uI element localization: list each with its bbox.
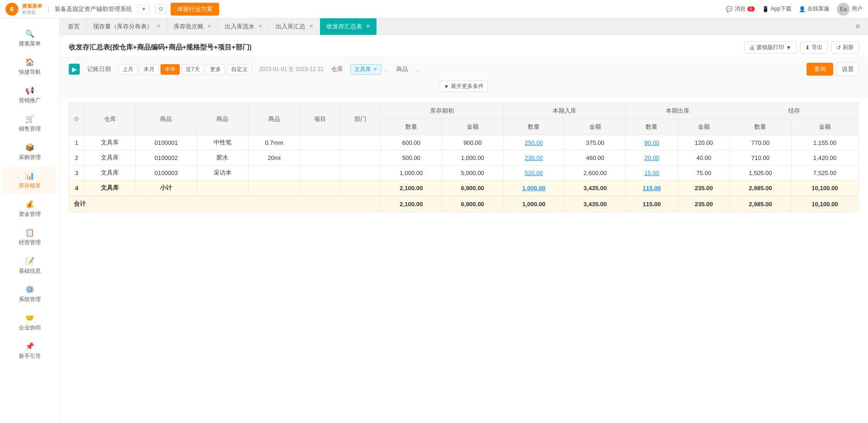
row3-in-qty[interactable]: 520.00 [503, 165, 564, 181]
tab-close-inout-summary[interactable]: ✕ [309, 23, 313, 29]
tab-close-recv-send[interactable]: ✕ [366, 23, 370, 29]
sidebar-item-quicknav[interactable]: 🏠 快捷导航 [3, 53, 56, 81]
top-bar-left: 6 搜索菜单 标准版 | 装备及固定资产辅助管理系统 ▼ ⚙ 体验行业方案 [6, 3, 720, 16]
col-out-amt-header: 金额 [678, 119, 730, 135]
sidebar-item-marketing[interactable]: 📢 营销推广 [3, 82, 56, 109]
message-btn[interactable]: 💬 消息 6 [726, 5, 755, 13]
row1-warehouse: 文具库 [84, 135, 136, 150]
filter-main-row: ▶ 记账日期 上月 本月 本年 近7天 更多 自定义 2023-01-01 至 … [69, 62, 859, 76]
sidebar-item-enterprise[interactable]: 🤝 企业协同 [3, 309, 56, 336]
refresh-button[interactable]: ↺ 刷新 [831, 41, 859, 54]
row1-bal-amt: 1,155.00 [791, 135, 858, 150]
col-productspec-header: 商品 [248, 103, 300, 135]
product-more-btn[interactable]: ... [415, 66, 420, 72]
tab-bar: 首页 现存量（库存分布表） ✕ 库存批次账 ✕ 出入库流水 ✕ 出入库汇总 ✕ … [60, 18, 868, 35]
service-btn[interactable]: 👤 在线客服 [799, 5, 829, 13]
tab-close-stock-dist[interactable]: ✕ [156, 23, 160, 29]
tab-stock-dist[interactable]: 现存量（库存分布表） ✕ [87, 18, 167, 35]
header-actions: 🖨 拨钱版打印 ▼ ⬇ 导出 ↺ 刷新 [744, 41, 859, 54]
page-title: 收发存汇总表(按仓库+商品编码+商品+规格型号+项目+部门) [69, 43, 252, 52]
warehouse-tag[interactable]: 文具库 ✕ [350, 64, 381, 75]
sidebar-item-inventory[interactable]: 📊 库存核算 [3, 167, 56, 194]
sidebar-item-system[interactable]: ⚙️ 系统管理 [3, 280, 56, 308]
data-table: ⚙ 仓库 商品 商品 商品 项目 部门 库存期初 本期入库 本期出库 结存 [69, 103, 859, 212]
row2-in-qty[interactable]: 230.00 [503, 150, 564, 165]
sidebar-item-label: 资金管理 [19, 210, 41, 218]
subtotal-out-qty[interactable]: 115.00 [626, 181, 678, 196]
home-icon: 🏠 [25, 58, 34, 66]
tab-inout-flow[interactable]: 出入库流水 ✕ [218, 18, 269, 35]
sidebar-item-finance[interactable]: 💰 资金管理 [3, 195, 56, 223]
tab-close-all-btn[interactable]: ✕ [849, 22, 866, 31]
date-btn-custom[interactable]: 自定义 [227, 64, 252, 75]
table-row: 1 文具库 0100001 中性笔 0.7mm 600.00 900.00 25… [69, 135, 859, 150]
sidebar-item-search[interactable]: 🔍 搜索菜单 [3, 25, 56, 52]
col-in-amt-header: 金额 [564, 119, 626, 135]
app-download-btn[interactable]: 📱 App下载 [762, 5, 791, 13]
row3-bal-qty: 1,505.00 [730, 165, 791, 181]
expand-conditions-btn[interactable]: ▼ 展开更多条件 [440, 81, 488, 92]
subtotal-no: 4 [69, 181, 84, 196]
tab-home[interactable]: 首页 [61, 18, 87, 35]
subtotal-open-qty: 2,100.00 [381, 181, 442, 196]
total-out-qty: 115.00 [626, 196, 678, 212]
tab-inout-summary[interactable]: 出入库汇总 ✕ [269, 18, 320, 35]
row1-out-qty[interactable]: 80.00 [626, 135, 678, 150]
export-button[interactable]: ⬇ 导出 [800, 41, 828, 54]
system-icon: ⚙️ [25, 285, 34, 294]
subtotal-bal-qty: 2,985.00 [730, 181, 791, 196]
warehouse-more-btn[interactable]: ... [384, 66, 389, 72]
sidebar-item-basic[interactable]: 📝 基础信息 [3, 252, 56, 280]
subtotal-in-qty[interactable]: 1,000.00 [503, 181, 564, 196]
refresh-icon: ↺ [836, 44, 841, 51]
date-btn-last-month[interactable]: 上月 [118, 64, 138, 75]
date-btn-this-month[interactable]: 本月 [139, 64, 159, 75]
set-button[interactable]: 设置 [837, 62, 859, 76]
main-layout: 🔍 搜索菜单 🏠 快捷导航 📢 营销推广 🛒 销售管理 📦 采购管理 📊 [0, 18, 868, 423]
operation-icon: 📋 [25, 228, 34, 237]
sidebar-item-label: 采购管理 [19, 154, 41, 161]
warehouse-filter-label: 仓库 [331, 65, 343, 73]
row2-spec: 20ml [248, 150, 300, 165]
sidebar-item-purchase[interactable]: 📦 采购管理 [3, 138, 56, 166]
system-select-dropdown[interactable]: ▼ [138, 5, 149, 14]
tab-recv-send[interactable]: 收发存汇总表 ✕ [320, 18, 377, 35]
total-out-amt: 235.00 [678, 196, 730, 212]
date-btn-7days[interactable]: 近7天 [182, 64, 204, 75]
col-bal-qty-header: 数量 [730, 119, 791, 135]
table-row: 3 文具库 0100003 采访本 1,000.00 5,000.00 520.… [69, 165, 859, 181]
row2-no: 2 [69, 150, 84, 165]
column-settings-icon[interactable]: ⚙ [74, 115, 79, 122]
date-btn-this-year[interactable]: 本年 [160, 64, 180, 75]
tab-batch[interactable]: 库存批次账 ✕ [167, 18, 218, 35]
row2-out-amt: 40.00 [678, 150, 730, 165]
sidebar-item-sales[interactable]: 🛒 销售管理 [3, 110, 56, 137]
sidebar-item-label: 系统管理 [19, 296, 41, 303]
user-btn[interactable]: Ea 用户 [837, 3, 862, 16]
print-button[interactable]: 🖨 拨钱版打印 ▼ [744, 41, 796, 54]
total-bal-amt: 10,100.00 [791, 196, 858, 212]
system-title: 装备及固定资产辅助管理系统 [55, 5, 132, 13]
row1-code: 0100001 [136, 135, 197, 150]
tab-close-batch[interactable]: ✕ [207, 23, 211, 29]
sidebar-item-guide[interactable]: 📌 新手引导 [3, 337, 56, 365]
row2-out-qty[interactable]: 20.00 [626, 150, 678, 165]
row1-in-qty[interactable]: 250.00 [503, 135, 564, 150]
query-button[interactable]: 查询 [807, 63, 833, 76]
filter-toggle-btn[interactable]: ▶ [69, 64, 80, 75]
marketing-icon: 📢 [25, 86, 34, 95]
row3-name: 采访本 [197, 165, 248, 181]
settings-gear-btn[interactable]: ⚙ [155, 4, 167, 14]
subtotal-row: 4 文具库 小计 2,100.00 6,900.00 1,000.00 3,43… [69, 181, 859, 196]
sidebar-item-operation[interactable]: 📋 经营管理 [3, 224, 56, 251]
sidebar-item-label: 销售管理 [19, 125, 41, 133]
row3-open-qty: 1,000.00 [381, 165, 442, 181]
date-btn-more[interactable]: 更多 [206, 64, 225, 75]
subtotal-out-amt: 235.00 [678, 181, 730, 196]
row1-dept [340, 135, 381, 150]
row3-out-qty[interactable]: 15.00 [626, 165, 678, 181]
warehouse-tag-remove[interactable]: ✕ [373, 66, 377, 72]
row3-spec [248, 165, 300, 181]
tab-close-inout-flow[interactable]: ✕ [258, 23, 262, 29]
trial-button[interactable]: 体验行业方案 [171, 3, 219, 16]
